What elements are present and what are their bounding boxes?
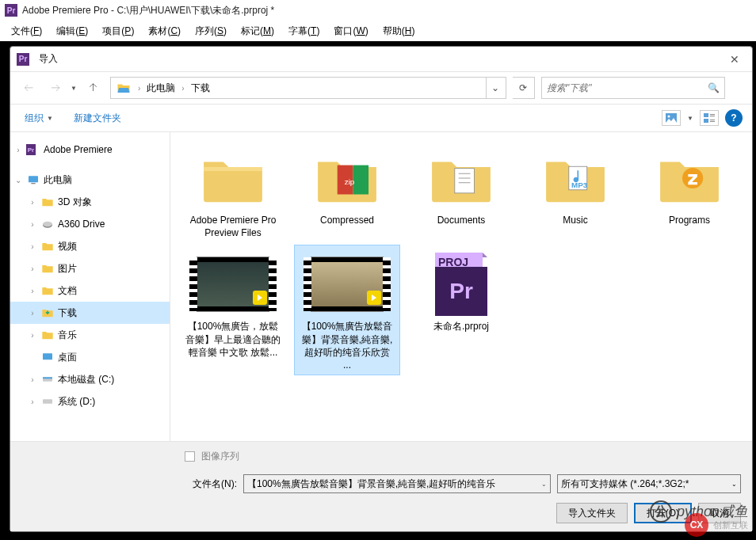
folder-icon [116,80,132,96]
svg-rect-5 [704,119,708,123]
tree-documents[interactable]: ›文档 [10,280,170,302]
view-picture-button[interactable] [662,110,681,126]
app-title: Adobe Premiere Pro - C:\用户\HUAWEI\下载\未命名… [22,4,274,17]
file-label: Programs [669,214,710,226]
tree-d-drive[interactable]: ›系统 (D:) [10,390,170,413]
tree-music[interactable]: ›音乐 [10,324,170,346]
file-label: 【100%無廣告，放鬆音樂】早上最適合聽的 輕音樂 中文歌 放鬆... [185,320,281,359]
file-panel[interactable]: Adobe Premiere Pro Preview Files zip Com… [170,132,752,441]
player-badge-icon [253,291,267,305]
svg-text:MP3: MP3 [571,181,588,189]
watermark-company: CX 创新互联 [685,513,748,537]
file-preview-folder[interactable]: Adobe Premiere Pro Preview Files [180,139,286,243]
view-dropdown[interactable]: ▼ [687,115,693,122]
wechat-icon: 公 [650,500,672,523]
menu-sequence[interactable]: 序列(S) [189,23,233,40]
svg-rect-4 [710,116,715,116]
tree-videos[interactable]: ›视频 [10,235,170,257]
file-compressed-folder[interactable]: zip Compressed [294,139,400,243]
file-type-select[interactable]: 所有可支持媒体 (*.264;*.3G2;*⌄ [557,474,741,493]
tree-adobe-premiere[interactable]: ›PrAdobe Premiere [10,139,170,161]
search-icon[interactable]: 🔍 [708,82,720,93]
import-folder-button[interactable]: 导入文件夹 [556,503,628,523]
svg-rect-12 [43,353,52,359]
breadcrumb-downloads[interactable]: 下载 [188,80,213,97]
search-input[interactable] [547,82,708,93]
search-box[interactable]: 🔍 [541,77,725,99]
dialog-footer: 图像序列 文件名(N): 【100%無廣告放鬆音樂】背景音樂,純音樂,超好听的纯… [10,441,752,531]
image-sequence-checkbox[interactable] [185,451,195,462]
tree-c-drive[interactable]: ›本地磁盘 (C:) [10,368,170,390]
menu-help[interactable]: 帮助(H) [376,23,422,40]
svg-rect-17 [353,165,368,195]
tree-3d-objects[interactable]: ›3D 对象 [10,191,170,213]
breadcrumb-sep[interactable]: › [135,84,143,93]
tree-desktop[interactable]: 桌面 [10,346,170,368]
image-sequence-label: 图像序列 [201,450,239,463]
help-button[interactable]: ? [725,109,743,127]
tree-a360[interactable]: ›A360 Drive [10,213,170,235]
menu-edit[interactable]: 编辑(E) [50,23,94,40]
dialog-icon: Pr [17,53,29,66]
nav-forward-button: 🡢 [45,78,66,98]
menu-project[interactable]: 项目(P) [96,23,140,40]
breadcrumb-sep[interactable]: › [178,84,187,93]
refresh-button[interactable]: ⟳ [513,77,535,99]
menu-clip[interactable]: 素材(C) [142,23,187,40]
file-label: Adobe Premiere Pro Preview Files [185,214,281,239]
svg-rect-2 [704,113,708,117]
breadcrumb-dropdown[interactable]: ⌄ [486,78,504,98]
file-video-1[interactable]: 【100%無廣告，放鬆音樂】早上最適合聽的 輕音樂 中文歌 放鬆... [180,245,286,375]
new-folder-button[interactable]: 新建文件夹 [69,108,126,128]
toolbar: 组织▼ 新建文件夹 ▼ ? [10,104,752,132]
svg-rect-9 [31,183,35,184]
file-label: Music [563,214,587,226]
player-badge-icon [367,291,381,305]
tree-this-pc[interactable]: ⌄此电脑 [10,169,170,191]
svg-rect-19 [455,169,475,193]
nav-bar: 🡠 🡢 ▼ 🡡 › 此电脑 › 下载 ⌄ ⟳ 🔍 [10,72,752,104]
nav-back-button[interactable]: 🡠 [18,78,39,98]
svg-point-1 [668,116,670,118]
nav-up-button[interactable]: 🡡 [83,78,104,98]
nav-panel: ›PrAdobe Premiere ⌄此电脑 ›3D 对象 ›A360 Driv… [10,132,170,441]
file-music-folder[interactable]: MP3 Music [522,139,628,243]
close-button[interactable]: ✕ [727,50,743,69]
file-documents-folder[interactable]: Documents [408,139,514,243]
app-icon: Pr [5,4,17,17]
dialog-titlebar: Pr 导入 ✕ [10,47,752,72]
file-prproj[interactable]: PROJPr 未命名.prproj [408,245,514,375]
dialog-title: 导入 [39,52,58,66]
svg-rect-7 [710,121,715,122]
svg-point-11 [43,222,52,227]
import-dialog: Pr 导入 ✕ 🡠 🡢 ▼ 🡡 › 此电脑 › 下载 ⌄ ⟳ 🔍 组织▼ 新建文… [10,46,753,532]
svg-rect-3 [710,114,715,115]
app-titlebar: Pr Adobe Premiere Pro - C:\用户\HUAWEI\下载\… [0,0,756,21]
svg-rect-8 [29,176,38,182]
svg-rect-15 [43,399,52,403]
menu-window[interactable]: 窗口(W) [327,23,374,40]
filename-input[interactable]: 【100%無廣告放鬆音樂】背景音樂,純音樂,超好听的纯音乐⌄ [243,474,551,493]
menu-marker[interactable]: 标记(M) [235,23,281,40]
file-video-2[interactable]: 【100%無廣告放鬆音樂】背景音樂,純音樂,超好听的纯音乐欣赏 ... [294,245,400,375]
menu-bar: 文件(F) 编辑(E) 项目(P) 素材(C) 序列(S) 标记(M) 字幕(T… [0,21,756,41]
breadcrumb-this-pc[interactable]: 此电脑 [143,80,178,97]
filename-label: 文件名(N): [58,477,237,491]
svg-text:zip: zip [345,177,355,186]
svg-rect-14 [43,377,52,378]
prproj-icon: PROJPr [435,253,487,316]
organize-button[interactable]: 组织▼ [20,108,58,128]
company-logo-icon: CX [685,513,708,537]
nav-history-dropdown[interactable]: ▼ [71,85,77,92]
breadcrumb[interactable]: › 此电脑 › 下载 ⌄ [110,77,506,99]
menu-file[interactable]: 文件(F) [5,23,48,40]
tree-pictures[interactable]: ›图片 [10,257,170,280]
file-label: Documents [437,214,486,226]
menu-title[interactable]: 字幕(T) [282,23,326,40]
file-label: 【100%無廣告放鬆音樂】背景音樂,純音樂,超好听的纯音乐欣赏 ... [300,320,395,371]
view-details-button[interactable] [700,110,719,126]
tree-downloads[interactable]: ›下载 [10,302,170,324]
file-programs-folder[interactable]: Programs [636,139,743,243]
svg-rect-6 [710,120,715,120]
file-label: Compressed [320,214,374,226]
